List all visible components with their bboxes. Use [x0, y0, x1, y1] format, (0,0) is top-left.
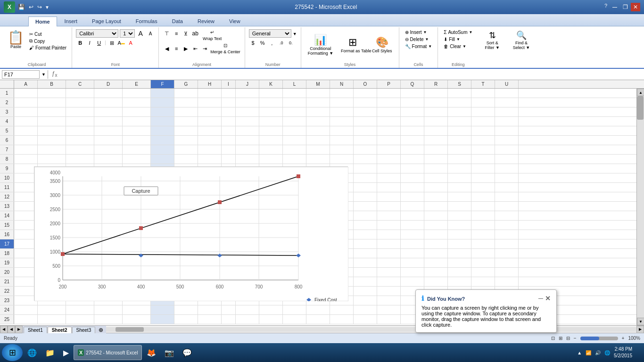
cell-R8[interactable]	[424, 155, 448, 164]
decrease-decimal-btn[interactable]: 0.	[287, 39, 295, 47]
cell-U11[interactable]	[495, 183, 519, 192]
cell-S5[interactable]	[448, 126, 471, 135]
scroll-down-btn[interactable]: ▼	[637, 318, 644, 325]
col-header-p[interactable]: P	[377, 80, 401, 88]
cell-P12[interactable]	[377, 192, 401, 201]
cell-B2[interactable]	[38, 98, 66, 107]
cell-T7[interactable]	[471, 145, 495, 154]
bold-btn[interactable]: B	[76, 39, 84, 47]
cell-M5[interactable]	[306, 126, 330, 135]
cell-O7[interactable]	[354, 145, 377, 154]
cell-P22[interactable]	[377, 287, 401, 296]
cell-J8[interactable]	[236, 155, 259, 164]
cell-E5[interactable]	[123, 126, 151, 135]
cell-D24[interactable]	[94, 305, 123, 314]
tab-view[interactable]: View	[222, 16, 248, 26]
tab-home[interactable]: Home	[28, 16, 57, 26]
cell-I8[interactable]	[222, 155, 236, 164]
number-format-select[interactable]: General	[249, 29, 291, 38]
underline-btn[interactable]: U	[95, 39, 103, 47]
cell-O10[interactable]	[354, 173, 377, 182]
cell-I4[interactable]	[222, 117, 236, 126]
cell-C3[interactable]	[66, 107, 94, 116]
cell-S20[interactable]	[448, 268, 471, 277]
row-number-23[interactable]: 23	[0, 296, 14, 305]
cell-H7[interactable]	[198, 145, 222, 154]
row-number-13[interactable]: 13	[0, 202, 14, 211]
cell-S7[interactable]	[448, 145, 471, 154]
italic-btn[interactable]: I	[85, 39, 94, 47]
decrease-indent-btn[interactable]: ⇤	[191, 44, 199, 53]
cell-J6[interactable]	[236, 136, 259, 145]
cell-J4[interactable]	[236, 117, 259, 126]
cell-K1[interactable]	[259, 89, 283, 98]
cell-P13[interactable]	[377, 202, 401, 211]
sheet-tab-3[interactable]: Sheet3	[72, 327, 96, 333]
fill-btn[interactable]: ⬇ Fill ▼	[442, 36, 462, 42]
cell-D6[interactable]	[94, 136, 123, 145]
cell-E1[interactable]	[123, 89, 151, 98]
cell-T2[interactable]	[471, 98, 495, 107]
view-layout-btn[interactable]: ⊞	[559, 336, 562, 341]
cell-T21[interactable]	[471, 277, 495, 286]
col-header-b[interactable]: B	[38, 80, 66, 88]
customize-quick-btn[interactable]: ▼	[45, 5, 50, 10]
merge-center-btn[interactable]: ⊡ Merge & Center	[210, 42, 241, 55]
cell-C6[interactable]	[66, 136, 94, 145]
find-select-btn[interactable]: 🔍 Find &Select ▼	[510, 29, 533, 51]
cell-C2[interactable]	[66, 98, 94, 107]
cell-I6[interactable]	[222, 136, 236, 145]
cell-R16[interactable]	[424, 230, 448, 239]
col-header-f[interactable]: F	[151, 80, 174, 88]
cell-A25[interactable]	[14, 315, 38, 324]
increase-font-btn[interactable]: A	[136, 29, 145, 38]
cell-U4[interactable]	[495, 117, 519, 126]
view-normal-btn[interactable]: ⊡	[551, 336, 555, 341]
cell-O3[interactable]	[354, 107, 377, 116]
tab-insert[interactable]: Insert	[58, 16, 85, 26]
cell-B7[interactable]	[38, 145, 66, 154]
cell-U18[interactable]	[495, 249, 519, 258]
cell-O23[interactable]	[354, 296, 377, 305]
cell-K2[interactable]	[259, 98, 283, 107]
row-number-19[interactable]: 19	[0, 258, 14, 267]
cell-R10[interactable]	[424, 173, 448, 182]
cell-D2[interactable]	[94, 98, 123, 107]
cell-J24[interactable]	[236, 305, 259, 314]
taskbar-excel-btn[interactable]: X 275542 - Microsoft Excel	[74, 345, 142, 360]
redo-quick-btn[interactable]: ↪	[36, 4, 43, 10]
cell-G6[interactable]	[174, 136, 198, 145]
help-btn[interactable]: ?	[603, 3, 609, 11]
cell-G24[interactable]	[174, 305, 198, 314]
cut-button[interactable]: ✂ Cut	[28, 31, 68, 37]
cell-I25[interactable]	[222, 315, 236, 324]
col-header-m[interactable]: M	[306, 80, 330, 88]
cell-O11[interactable]	[354, 183, 377, 192]
cell-B6[interactable]	[38, 136, 66, 145]
cell-Q15[interactable]	[401, 221, 424, 230]
font-color-btn[interactable]: A	[126, 39, 135, 47]
cell-O24[interactable]	[354, 305, 377, 314]
cell-P20[interactable]	[377, 268, 401, 277]
align-top-left-btn[interactable]: ⊤	[163, 29, 171, 38]
tab-nav-left[interactable]: ◀	[8, 326, 15, 333]
cell-P23[interactable]	[377, 296, 401, 305]
cell-P1[interactable]	[377, 89, 401, 98]
cell-C1[interactable]	[66, 89, 94, 98]
cell-S19[interactable]	[448, 258, 471, 267]
cell-T6[interactable]	[471, 136, 495, 145]
formula-input[interactable]	[61, 72, 642, 77]
tab-formulas[interactable]: Formulas	[129, 16, 165, 26]
cell-N6[interactable]	[330, 136, 354, 145]
taskbar-camera-btn[interactable]: 📷	[161, 345, 178, 360]
col-header-o[interactable]: O	[354, 80, 377, 88]
cell-T19[interactable]	[471, 258, 495, 267]
col-header-n[interactable]: N	[330, 80, 354, 88]
minimize-btn[interactable]: ─	[610, 3, 619, 11]
hscroll-track[interactable]	[106, 327, 636, 332]
new-sheet-btn[interactable]: ⊕	[96, 327, 106, 333]
cell-P10[interactable]	[377, 173, 401, 182]
cell-Q9[interactable]	[401, 164, 424, 173]
cell-R20[interactable]	[424, 268, 448, 277]
row-number-16[interactable]: 16	[0, 230, 14, 239]
